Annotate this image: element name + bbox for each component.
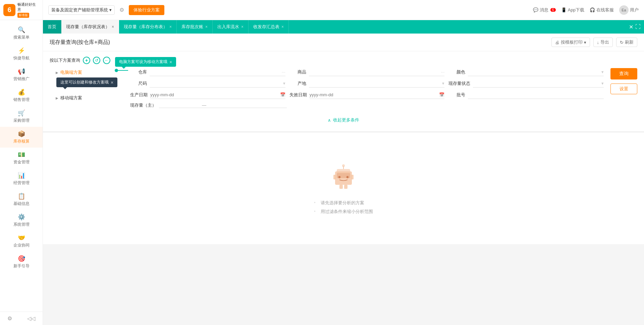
system-name-select[interactable]: 装备及固定资产辅助管理系统 ▾ — [48, 5, 115, 15]
size-label: 尺码 — [130, 80, 147, 87]
sidebar-item-label: 销售管理 — [13, 97, 30, 103]
stock-status-chevron: ▾ — [601, 81, 604, 86]
message-group[interactable]: 💬 消息 6 — [533, 7, 556, 13]
gear-button[interactable]: ⚙ — [118, 5, 125, 14]
prod-date-input[interactable]: 📅 — [150, 91, 285, 99]
scheme-mobile-arrow-icon: ▶ — [56, 96, 58, 100]
filter-label: 按以下方案查询 — [50, 57, 80, 63]
user-group[interactable]: Ea 用户 — [619, 5, 639, 15]
refresh-label: 刷新 — [625, 39, 634, 45]
fullscreen-btn[interactable]: ⛶ — [635, 24, 641, 30]
stock-qty-from[interactable] — [159, 103, 199, 108]
sidebar-item-marketing[interactable]: 📢 营销推广 — [0, 64, 43, 85]
filter-collapse-btn[interactable]: ∧ 收起更多条件 — [50, 114, 637, 126]
expire-date-input[interactable]: 📅 — [310, 91, 445, 99]
sidebar-item-inventory[interactable]: 📦 库存核算 — [0, 127, 43, 148]
svg-point-12 — [346, 176, 348, 178]
tab-collect-summary-close[interactable]: × — [281, 24, 284, 29]
stock-qty-separator: — — [199, 103, 209, 108]
sidebar-item-purchase[interactable]: 🛒 采购管理 — [0, 106, 43, 127]
sidebar-item-search[interactable]: 🔍 搜索菜单 — [0, 23, 43, 44]
batch-no-input[interactable] — [468, 91, 604, 99]
sidebar-item-system[interactable]: ⚙️ 系统管理 — [0, 210, 43, 231]
stock-status-label: 现存量状态 — [448, 80, 470, 87]
svg-rect-8 — [337, 169, 350, 173]
size-chevron: ▾ — [283, 81, 285, 86]
export-btn[interactable]: ↓ 导出 — [593, 38, 613, 47]
online-service-group[interactable]: 🎧 在线客服 — [590, 7, 614, 13]
sidebar-item-label: 经营管理 — [13, 180, 30, 186]
filter-row-1: 仓库 ··· 商品 ··· — [127, 68, 604, 76]
settings-bottom-icon[interactable]: ⚙ — [7, 315, 12, 322]
filter-fields: 仓库 ··· 商品 ··· — [120, 68, 604, 112]
tab-collect-summary[interactable]: 收发存汇总表 × — [249, 20, 289, 34]
prod-date-field[interactable] — [150, 92, 280, 97]
filter-size: 尺码 ▾ — [130, 79, 285, 88]
expire-date-field[interactable] — [310, 92, 439, 97]
scheme-container: ▶ 电脑端方案 这里可以创建和修改方案哦 × — [50, 68, 637, 112]
stock-status-select[interactable]: ▾ — [473, 79, 604, 88]
filter-area: 按以下方案查询 + ↺ ← 电脑方案可设为移动方案哦 × — [43, 51, 644, 131]
refresh-btn[interactable]: ↻ 刷新 — [616, 38, 637, 47]
system-name: 装备及固定资产辅助管理系统 — [51, 7, 108, 13]
origin-select[interactable]: ▾ — [309, 79, 445, 88]
goods-dots[interactable]: ··· — [441, 69, 445, 74]
collapse-sidebar-btn[interactable]: ◁◁ — [27, 315, 35, 322]
tab-home[interactable]: 首页 — [43, 20, 61, 34]
color-select[interactable]: ▾ — [468, 68, 604, 76]
sidebar-item-basic[interactable]: 📋 基础信息 — [0, 189, 43, 210]
goods-label: 商品 — [289, 69, 306, 75]
print-btn[interactable]: 🖨 按模板打印 ▾ — [551, 38, 590, 47]
stock-qty-to[interactable] — [209, 103, 287, 108]
filter-header: 按以下方案查询 + ↺ ← 电脑方案可设为移动方案哦 × — [50, 57, 637, 64]
close-all-tabs-btn[interactable]: ✕ — [629, 24, 633, 30]
tab-inventory-dist[interactable]: 现存量（库存分布表） × — [119, 20, 177, 34]
filter-refresh-btn[interactable]: ↺ — [93, 57, 100, 64]
warehouse-dots[interactable]: ··· — [282, 69, 285, 74]
tab-inventory-status-close[interactable]: × — [112, 24, 114, 29]
warehouse-select[interactable]: ··· — [150, 68, 285, 76]
tooltip2-text: 这里可以创建和修改方案哦 — [60, 79, 109, 85]
prod-date-calendar-icon[interactable]: 📅 — [280, 92, 285, 97]
sidebar-item-sales[interactable]: 💰 销售管理 — [0, 85, 43, 106]
tab-inout-flow-close[interactable]: × — [241, 24, 244, 29]
scheme-active-dot — [115, 69, 118, 72]
tooltip2-close[interactable]: × — [111, 80, 113, 85]
sidebar-item-finance[interactable]: 💵 资金管理 — [0, 148, 43, 168]
batch-no-label: 批号 — [448, 92, 465, 98]
sidebar-item-quick[interactable]: ⚡ 快捷导航 — [0, 44, 43, 64]
sidebar-bottom: ⚙ ◁◁ — [0, 312, 43, 325]
scheme-item-pc[interactable]: ▶ 电脑端方案 — [53, 68, 120, 77]
trial-button[interactable]: 体验行业方案 — [129, 5, 164, 15]
empty-tips: 请先选择要分析的方案 用过滤条件来缩小分析范围 — [314, 200, 373, 217]
svg-point-10 — [342, 164, 345, 167]
tab-inventory-batch[interactable]: 库存批次账 × — [177, 20, 213, 34]
tab-inventory-batch-close[interactable]: × — [205, 24, 208, 29]
main-content: 现存量查询(按仓库+商品) 🖨 按模板打印 ▾ ↓ 导出 ↻ 刷新 — [43, 34, 644, 325]
svg-point-11 — [338, 176, 340, 178]
query-btn[interactable]: 查询 — [610, 68, 637, 79]
sidebar-nav: 🔍 搜索菜单 ⚡ 快捷导航 📢 营销推广 💰 销售管理 🛒 采购管理 📦 库存核… — [0, 20, 43, 312]
message-icon: 💬 — [533, 7, 538, 12]
svg-rect-7 — [344, 185, 347, 189]
tab-inout-flow[interactable]: 出入库流水 × — [213, 20, 249, 34]
scheme-item-mobile[interactable]: ▶ 移动端方案 — [53, 94, 120, 102]
sidebar-item-newbie[interactable]: 🎯 新手引导 — [0, 252, 43, 272]
tab-inventory-status[interactable]: 现存量（库存状况表） × — [61, 20, 119, 34]
expire-date-calendar-icon[interactable]: 📅 — [439, 92, 444, 97]
sidebar-item-operation[interactable]: 📊 经营管理 — [0, 168, 43, 189]
chevron-down-icon: ▾ — [584, 40, 586, 45]
tab-inventory-dist-close[interactable]: × — [169, 24, 172, 29]
tooltip1-close[interactable]: × — [169, 59, 172, 65]
settings-btn[interactable]: 设置 — [610, 84, 637, 94]
tabs-end: ✕ ⛶ — [626, 20, 644, 34]
size-select[interactable]: ▾ — [150, 79, 285, 88]
filter-back-btn[interactable]: ← — [103, 57, 110, 64]
filter-expire-date: 失效日期 📅 — [289, 91, 445, 99]
goods-select[interactable]: ··· — [309, 68, 445, 76]
sidebar-item-enterprise[interactable]: 🤝 企业协同 — [0, 231, 43, 252]
app-download-group[interactable]: 📱 App下载 — [561, 7, 584, 13]
tooltip-create-scheme: 这里可以创建和修改方案哦 × — [56, 77, 117, 87]
filter-row-2: 尺码 ▾ 产地 ▾ — [127, 79, 604, 88]
filter-add-btn[interactable]: + — [83, 57, 90, 64]
